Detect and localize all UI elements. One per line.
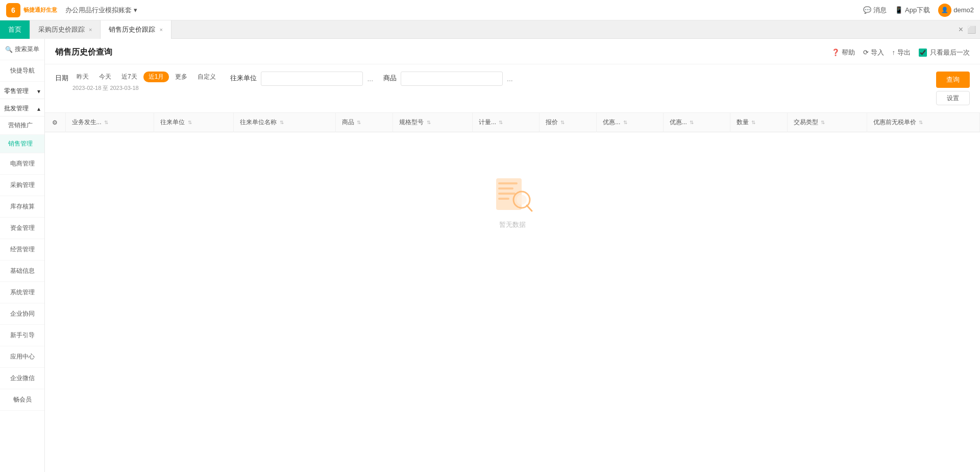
empty-state: 暂无数据 — [45, 132, 980, 270]
supplier-input[interactable] — [261, 72, 363, 86]
th-discount2[interactable]: 优惠... ⇅ — [663, 113, 730, 132]
tab-purchase-close[interactable]: × — [89, 27, 92, 33]
sidebar-operations-label: 经营管理 — [10, 245, 35, 254]
user-menu-btn[interactable]: 👤 demo2 — [938, 4, 974, 17]
svg-rect-1 — [498, 182, 518, 184]
th-partner-code[interactable]: 往来单位 ⇅ — [154, 113, 234, 132]
export-btn[interactable]: ↑ 导出 — [892, 48, 911, 57]
sidebar-item-wholesale[interactable]: 批发管理 ▴ — [0, 99, 44, 116]
import-icon: ⟳ — [863, 49, 869, 56]
help-icon: ❓ — [831, 49, 840, 56]
th-quoted-price[interactable]: 报价 ⇅ — [539, 113, 597, 132]
app-download-btn[interactable]: 📱 App下载 — [895, 6, 930, 15]
date-range-text: 2023-02-18 至 2023-03-18 — [72, 84, 220, 92]
top-header: 6 畅捷通好生意 办公用品行业模拟账套 ▾ 💬 消息 📱 App下载 👤 dem… — [0, 0, 980, 20]
th-quantity[interactable]: 数量 ⇅ — [730, 113, 788, 132]
help-btn[interactable]: ❓ 帮助 — [831, 48, 855, 57]
th-biz-date[interactable]: 业务发生... ⇅ — [65, 113, 154, 132]
date-filter-group: 日期 昨天 今天 近7天 近1月 更多 自定义 2023-02-18 至 202… — [55, 72, 220, 92]
import-label: 导入 — [871, 48, 884, 57]
th-gear[interactable]: ⚙ — [45, 113, 65, 132]
sidebar-guide-label: 新手引导 — [10, 331, 35, 340]
svg-rect-2 — [498, 187, 513, 190]
only-last-checkbox[interactable] — [919, 49, 927, 57]
sidebar-system-label: 系统管理 — [10, 288, 35, 297]
settings-button[interactable]: 设置 — [936, 91, 970, 105]
sidebar-item-enterprise[interactable]: 企业协同 — [0, 303, 44, 325]
sidebar-item-quicknav[interactable]: 快捷导航 — [0, 60, 44, 82]
th-spec[interactable]: 规格型号 ⇅ — [393, 113, 473, 132]
main-layout: 🔍 搜索菜单 快捷导航 零售管理 ▾ 批发管理 ▴ 营销推广 销售管理 电商管理… — [0, 39, 980, 472]
sidebar-item-app-center[interactable]: 应用中心 — [0, 346, 44, 368]
date-tab-yesterday[interactable]: 昨天 — [72, 72, 93, 82]
goods-input[interactable] — [401, 72, 503, 86]
username-label: demo2 — [953, 6, 974, 14]
date-tab-7days[interactable]: 近7天 — [117, 72, 141, 82]
sidebar-item-guide[interactable]: 新手引导 — [0, 325, 44, 346]
sidebar-purchase-label: 采购管理 — [10, 181, 35, 190]
sidebar-item-member[interactable]: 畅会员 — [0, 389, 44, 411]
table-header-row: ⚙ 业务发生... ⇅ 往来单位 ⇅ 往来单位名称 ⇅ 商品 ⇅ 规格型号 ⇅ … — [45, 113, 980, 132]
goods-input-group: ... — [401, 72, 513, 86]
logo-text: 畅捷通好生意 — [23, 6, 57, 13]
supplier-label: 往来单位 — [230, 72, 257, 83]
download-icon: 📱 — [895, 6, 903, 14]
sidebar-quicknav-label: 快捷导航 — [10, 66, 35, 75]
tab-sales-history[interactable]: 销售历史价跟踪 × — [101, 20, 171, 39]
sidebar-finance-label: 资金管理 — [10, 224, 35, 232]
sidebar-inventory-label: 库存核算 — [10, 202, 35, 211]
sidebar-enterprise-label: 企业协同 — [10, 310, 35, 318]
sidebar-item-finance[interactable]: 资金管理 — [0, 218, 44, 239]
sidebar-item-search[interactable]: 🔍 搜索菜单 — [0, 39, 44, 60]
tab-home[interactable]: 首页 — [0, 20, 30, 39]
window-maximize-btn[interactable]: ⬜ — [967, 26, 976, 34]
sidebar-item-ecommerce[interactable]: 电商管理 — [0, 153, 44, 175]
th-partner-name[interactable]: 往来单位名称 ⇅ — [234, 113, 335, 132]
sidebar-retail-label: 零售管理 — [4, 87, 29, 96]
goods-dots[interactable]: ... — [507, 75, 513, 83]
page-title-bar: 销售历史价查询 ❓ 帮助 ⟳ 导入 ↑ 导出 只看最后一次 — [45, 39, 980, 64]
sidebar-item-operations[interactable]: 经营管理 — [0, 239, 44, 261]
date-tab-today[interactable]: 今天 — [95, 72, 115, 82]
filter-actions: 查询 设置 — [936, 72, 970, 105]
filter-bar: 日期 昨天 今天 近7天 近1月 更多 自定义 2023-02-18 至 202… — [45, 64, 980, 113]
sidebar-item-retail[interactable]: 零售管理 ▾ — [0, 82, 44, 99]
message-label: 消息 — [873, 6, 887, 15]
message-btn[interactable]: 💬 消息 — [863, 6, 887, 15]
sidebar-item-basic-info[interactable]: 基础信息 — [0, 261, 44, 282]
sidebar-sales-label: 销售管理 — [8, 140, 33, 147]
sidebar-item-sales[interactable]: 销售管理 — [0, 135, 44, 153]
message-icon: 💬 — [863, 6, 871, 14]
tab-purchase-label: 采购历史价跟踪 — [38, 25, 85, 34]
query-button[interactable]: 查询 — [936, 72, 970, 88]
sidebar-ecommerce-label: 电商管理 — [10, 159, 35, 168]
export-icon: ↑ — [892, 49, 896, 56]
sidebar-item-marketing[interactable]: 营销推广 — [0, 116, 44, 135]
th-trade-type[interactable]: 交易类型 ⇅ — [788, 113, 867, 132]
app-selector[interactable]: 办公用品行业模拟账套 ▾ — [61, 6, 141, 15]
date-tab-more[interactable]: 更多 — [171, 72, 191, 82]
tab-sales-close[interactable]: × — [159, 27, 162, 33]
date-tab-1month[interactable]: 近1月 — [143, 72, 169, 82]
export-label: 导出 — [897, 48, 911, 57]
th-unit[interactable]: 计量... ⇅ — [473, 113, 540, 132]
header-left: 6 畅捷通好生意 办公用品行业模拟账套 ▾ — [6, 3, 141, 17]
import-btn[interactable]: ⟳ 导入 — [863, 48, 884, 57]
sidebar-item-system[interactable]: 系统管理 — [0, 282, 44, 303]
chevron-down-icon: ▾ — [134, 6, 137, 14]
empty-text: 暂无数据 — [499, 220, 526, 229]
avatar-img: 👤 — [941, 7, 948, 13]
th-pretax-price[interactable]: 优惠前无税单价 ⇅ — [867, 113, 979, 132]
help-label: 帮助 — [842, 48, 855, 57]
tab-purchase-history[interactable]: 采购历史价跟踪 × — [30, 20, 101, 39]
sidebar-item-wechat[interactable]: 企业微信 — [0, 368, 44, 389]
supplier-dots[interactable]: ... — [367, 75, 373, 83]
tab-bar: 首页 采购历史价跟踪 × 销售历史价跟踪 × × ⬜ — [0, 20, 980, 39]
window-close-btn[interactable]: × — [959, 25, 963, 34]
empty-icon — [487, 173, 538, 214]
th-discount1[interactable]: 优惠... ⇅ — [597, 113, 664, 132]
sidebar-item-purchase[interactable]: 采购管理 — [0, 175, 44, 196]
th-goods[interactable]: 商品 ⇅ — [335, 113, 393, 132]
sidebar-item-inventory[interactable]: 库存核算 — [0, 196, 44, 218]
date-tab-custom[interactable]: 自定义 — [193, 72, 220, 82]
